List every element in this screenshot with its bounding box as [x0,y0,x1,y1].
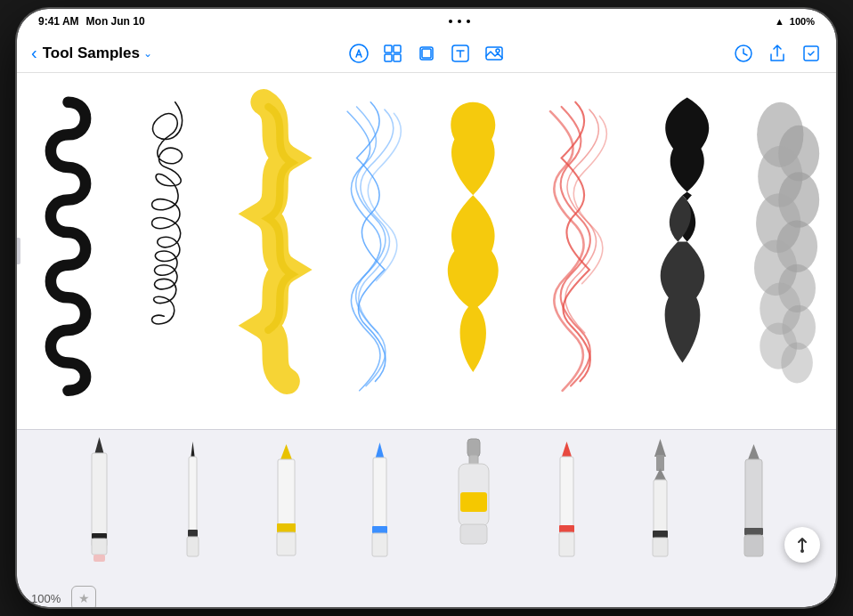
ipad-frame: 9:41 AM Mon Jun 10 ▲ 100% ‹ Tool Samples [17,9,836,607]
svg-rect-25 [92,453,107,547]
time: 9:41 AM [38,15,79,28]
toolbar: ‹ Tool Samples ⌄ [17,34,836,73]
svg-rect-57 [745,459,762,539]
wifi-icon: ▲ [775,16,784,27]
toolbar-right [563,43,822,64]
toolbar-left: ‹ Tool Samples ⌄ [31,43,290,63]
svg-rect-55 [653,538,668,556]
floating-pen-button[interactable] [784,527,820,563]
sample-airbrush-gray [754,102,819,384]
svg-point-0 [350,45,368,62]
sample-marker-yellow [264,102,291,382]
title-chevron-icon: ⌄ [143,47,152,60]
pencil-circle-icon[interactable] [348,43,370,64]
main-content: 100% ★ [17,73,836,607]
svg-rect-26 [92,533,107,539]
crayon-tool[interactable] [536,437,598,575]
nib-pen-tool[interactable] [630,437,692,575]
bottom-bar: 100% ★ [17,586,836,607]
drawing-samples [17,73,836,429]
star-button[interactable]: ★ [71,586,96,607]
svg-rect-41 [467,439,480,457]
pencil-tool[interactable] [69,437,131,575]
svg-rect-49 [559,532,574,556]
svg-rect-58 [744,528,763,535]
svg-rect-35 [277,523,296,532]
svg-rect-30 [189,457,197,541]
svg-rect-3 [385,54,392,61]
zoom-level: 100% [31,592,61,605]
svg-rect-2 [394,45,401,53]
canvas-area[interactable] [17,73,836,429]
sample-snake-black [51,102,85,391]
ipad-screen: 9:41 AM Mon Jun 10 ▲ 100% ‹ Tool Samples [17,9,836,607]
status-right: ▲ 100% [775,16,815,27]
svg-rect-32 [187,537,199,556]
dot3 [467,20,470,23]
date: Mon Jun 10 [86,15,145,28]
status-left: 9:41 AM Mon Jun 10 [38,15,145,28]
svg-rect-48 [559,525,574,532]
layers-icon[interactable] [416,43,437,64]
svg-point-23 [781,342,813,383]
sample-crayon-red [550,102,606,391]
svg-rect-27 [92,539,107,555]
svg-marker-24 [94,437,104,455]
svg-rect-6 [422,49,431,58]
status-center [449,20,470,23]
svg-rect-36 [277,532,296,555]
grid-icon[interactable] [382,43,403,64]
dot1 [449,20,452,23]
battery-indicator: 100% [790,16,815,27]
back-chevron: ‹ [31,43,37,63]
svg-point-9 [496,49,500,53]
tools-row [17,430,836,586]
paint-tool[interactable] [443,437,505,575]
svg-rect-39 [372,526,387,533]
fineliner-tool[interactable] [162,437,224,575]
svg-rect-40 [372,533,387,556]
svg-rect-47 [560,457,573,537]
marker-tool[interactable] [256,437,318,575]
title-area[interactable]: Tool Samples ⌄ [43,45,152,62]
back-button[interactable]: ‹ [31,43,37,63]
svg-rect-31 [188,530,198,537]
brush-tool[interactable] [349,437,411,575]
text-icon[interactable] [450,43,471,64]
svg-rect-28 [93,555,105,562]
sample-paint-yellow [448,102,499,372]
svg-rect-1 [385,45,392,53]
share-icon[interactable] [767,43,788,64]
side-marker [17,238,20,264]
svg-rect-38 [373,458,386,538]
svg-rect-59 [744,535,763,556]
svg-rect-44 [460,492,487,512]
dot2 [458,20,461,23]
edit-icon[interactable] [800,43,822,64]
svg-rect-4 [394,54,401,61]
sample-pencil-blue [347,102,401,391]
history-icon[interactable] [733,43,754,64]
airbrush-tool[interactable] [723,437,785,575]
bottom-left: 100% ★ [31,586,96,607]
tool-panel: 100% ★ [17,429,836,607]
sample-loops-black [152,102,183,324]
star-icon: ★ [78,591,90,605]
svg-rect-45 [460,524,487,544]
document-title: Tool Samples [43,45,140,62]
svg-marker-50 [654,439,666,457]
svg-point-60 [800,549,804,553]
image-icon[interactable] [483,43,505,64]
svg-rect-54 [653,531,668,538]
sample-nib-black [661,98,710,363]
status-bar: 9:41 AM Mon Jun 10 ▲ 100% [17,9,836,34]
toolbar-center [297,43,556,64]
